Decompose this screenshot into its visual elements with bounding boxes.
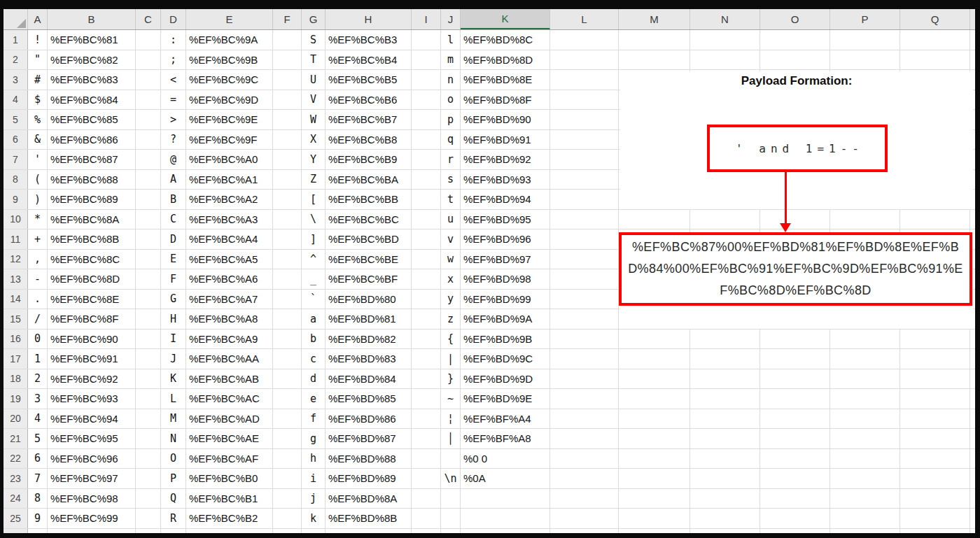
cell-E7[interactable]: %EF%BC%A0 bbox=[186, 150, 273, 169]
cell-D11[interactable]: D bbox=[161, 229, 186, 249]
cell-M23[interactable] bbox=[619, 469, 690, 488]
cell-F10[interactable] bbox=[273, 210, 302, 229]
cell-N19[interactable] bbox=[690, 389, 760, 409]
cell-Q16[interactable] bbox=[900, 330, 970, 349]
cell-J17[interactable]: | bbox=[441, 349, 461, 369]
cell-K5[interactable]: %EF%BD%90 bbox=[461, 110, 550, 129]
cell-K6[interactable]: %EF%BD%91 bbox=[461, 130, 550, 150]
cell-D5[interactable]: > bbox=[161, 110, 186, 129]
column-header-H[interactable]: H bbox=[326, 9, 412, 29]
row-header-18[interactable]: 18 bbox=[4, 369, 28, 389]
cell-K10[interactable]: %EF%BD%95 bbox=[461, 210, 550, 229]
cell-I25[interactable] bbox=[412, 509, 441, 528]
row-header-11[interactable]: 11 bbox=[4, 229, 28, 249]
cell-H14[interactable]: %EF%BD%80 bbox=[326, 290, 412, 309]
cell-A20[interactable]: 4 bbox=[28, 409, 48, 429]
cell-D17[interactable]: J bbox=[161, 349, 186, 369]
cell-F21[interactable] bbox=[273, 429, 302, 448]
cell-A23[interactable]: 7 bbox=[28, 469, 48, 488]
cell-E23[interactable]: %EF%BC%B0 bbox=[186, 469, 273, 488]
cell-P24[interactable] bbox=[830, 489, 900, 509]
cell-G24[interactable]: j bbox=[302, 489, 326, 509]
cell-D18[interactable]: K bbox=[161, 369, 186, 389]
row-header-14[interactable]: 14 bbox=[4, 290, 28, 309]
column-header-A[interactable]: A bbox=[28, 9, 48, 29]
row-header-19[interactable]: 19 bbox=[4, 389, 28, 409]
cell-Q20[interactable] bbox=[900, 409, 970, 429]
cell-J13[interactable]: x bbox=[441, 269, 461, 289]
column-header-P[interactable]: P bbox=[830, 9, 900, 29]
cell-L4[interactable] bbox=[550, 90, 619, 110]
cell-B13[interactable]: %EF%BC%8D bbox=[48, 269, 136, 289]
cell-K25[interactable] bbox=[461, 509, 550, 528]
row-header-2[interactable]: 2 bbox=[4, 50, 28, 70]
cell-I19[interactable] bbox=[412, 389, 441, 409]
row-header-23[interactable]: 23 bbox=[4, 469, 28, 488]
cell-C5[interactable] bbox=[136, 110, 161, 129]
cell-G21[interactable]: g bbox=[302, 429, 326, 448]
select-all-corner[interactable] bbox=[4, 9, 28, 29]
cell-G10[interactable]: \ bbox=[302, 210, 326, 229]
row-header-8[interactable]: 8 bbox=[4, 170, 28, 190]
cell-C9[interactable] bbox=[136, 190, 161, 209]
cell-D24[interactable]: Q bbox=[161, 489, 186, 509]
cell-M22[interactable] bbox=[619, 449, 690, 469]
cell-J22[interactable] bbox=[441, 449, 461, 469]
cell-K11[interactable]: %EF%BD%96 bbox=[461, 229, 550, 249]
cell-F3[interactable] bbox=[273, 70, 302, 90]
cell-D26[interactable] bbox=[161, 529, 186, 534]
cell-J25[interactable] bbox=[441, 509, 461, 528]
cell-P22[interactable] bbox=[830, 449, 900, 469]
cell-M1[interactable] bbox=[619, 30, 690, 50]
cell-E25[interactable]: %EF%BC%B2 bbox=[186, 509, 273, 528]
cell-L20[interactable] bbox=[550, 409, 619, 429]
cell-Q21[interactable] bbox=[900, 429, 970, 448]
cell-F1[interactable] bbox=[273, 30, 302, 50]
cell-E2[interactable]: %EF%BC%9B bbox=[186, 50, 273, 70]
cell-N17[interactable] bbox=[690, 349, 760, 369]
cell-K17[interactable]: %EF%BD%9C bbox=[461, 349, 550, 369]
payload-source-box[interactable]: ' and 1=1-- bbox=[707, 125, 888, 172]
cell-M16[interactable] bbox=[619, 330, 690, 349]
cell-F22[interactable] bbox=[273, 449, 302, 469]
cell-P19[interactable] bbox=[830, 389, 900, 409]
cell-A19[interactable]: 3 bbox=[28, 389, 48, 409]
cell-K7[interactable]: %EF%BD%92 bbox=[461, 150, 550, 169]
cell-N18[interactable] bbox=[690, 369, 760, 389]
cell-B5[interactable]: %EF%BC%85 bbox=[48, 110, 136, 129]
cell-L18[interactable] bbox=[550, 369, 619, 389]
cell-I21[interactable] bbox=[412, 429, 441, 448]
cell-K26[interactable] bbox=[461, 529, 550, 534]
cell-K20[interactable]: %EF%BF%A4 bbox=[461, 409, 550, 429]
cell-F13[interactable] bbox=[273, 269, 302, 289]
cell-E16[interactable]: %EF%BC%A9 bbox=[186, 330, 273, 349]
column-header-Q[interactable]: Q bbox=[900, 9, 970, 29]
cell-F8[interactable] bbox=[273, 170, 302, 190]
cell-G7[interactable]: Y bbox=[302, 150, 326, 169]
cell-J26[interactable] bbox=[441, 529, 461, 534]
cell-B14[interactable]: %EF%BC%8E bbox=[48, 290, 136, 309]
cell-Q10[interactable] bbox=[900, 210, 970, 229]
cell-F26[interactable] bbox=[273, 529, 302, 534]
column-header-G[interactable]: G bbox=[302, 9, 326, 29]
cell-D14[interactable]: G bbox=[161, 290, 186, 309]
row-header-3[interactable]: 3 bbox=[4, 70, 28, 90]
row-header-22[interactable]: 22 bbox=[4, 449, 28, 469]
cell-G8[interactable]: Z bbox=[302, 170, 326, 190]
row-header-20[interactable]: 20 bbox=[4, 409, 28, 429]
cell-N26[interactable] bbox=[690, 529, 760, 534]
cell-P1[interactable] bbox=[830, 30, 900, 50]
cell-L24[interactable] bbox=[550, 489, 619, 509]
cell-B10[interactable]: %EF%BC%8A bbox=[48, 210, 136, 229]
cell-P16[interactable] bbox=[830, 330, 900, 349]
cell-F2[interactable] bbox=[273, 50, 302, 70]
cell-F24[interactable] bbox=[273, 489, 302, 509]
cell-Q19[interactable] bbox=[900, 389, 970, 409]
cell-L12[interactable] bbox=[550, 250, 619, 269]
column-header-B[interactable]: B bbox=[48, 9, 136, 29]
cell-Q25[interactable] bbox=[900, 509, 970, 528]
cell-B3[interactable]: %EF%BC%83 bbox=[48, 70, 136, 90]
cell-C22[interactable] bbox=[136, 449, 161, 469]
column-header-E[interactable]: E bbox=[186, 9, 273, 29]
cell-I3[interactable] bbox=[412, 70, 441, 90]
